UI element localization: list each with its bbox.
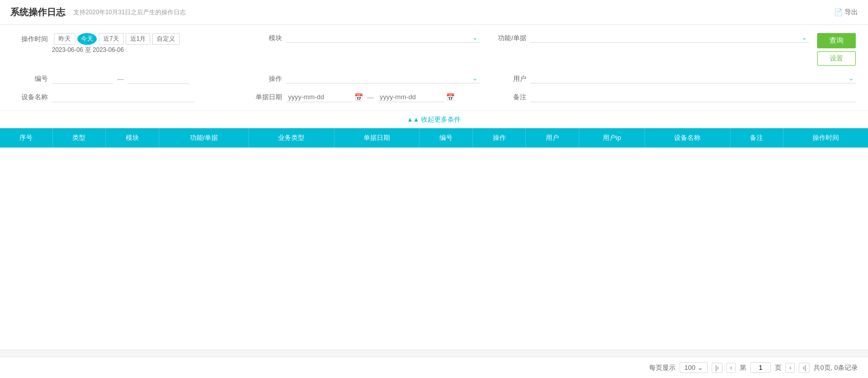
data-table: 序号类型模块功能/单据业务类型单据日期编号操作用户用户ip设备名称备注操作时间 bbox=[0, 128, 868, 148]
first-page-button[interactable]: |‹ bbox=[712, 363, 722, 373]
page-wrapper: 系统操作日志 支持2020年10月31日之后产生的操作日志 📄 导出 操作时间 … bbox=[0, 0, 868, 378]
query-button[interactable]: 查询 bbox=[817, 33, 856, 48]
time-filter-cell: 操作时间 昨天 今天 近7天 近1月 自定义 2023-06-06 至 2023… bbox=[12, 33, 246, 54]
page-label: 第 bbox=[740, 363, 746, 372]
function-select[interactable]: ⌄ bbox=[530, 33, 809, 43]
number-input-start[interactable] bbox=[52, 74, 113, 84]
voucher-dash: — bbox=[367, 94, 374, 101]
empty-area bbox=[0, 148, 868, 300]
table-header-cell: 用户ip bbox=[579, 128, 645, 148]
filter-row-1: 操作时间 昨天 今天 近7天 近1月 自定义 2023-06-06 至 2023… bbox=[12, 33, 856, 66]
remark-filter-cell: 备注 bbox=[491, 92, 856, 102]
table-header-cell: 功能/单据 bbox=[159, 128, 248, 148]
time-range: 2023-06-06 至 2023-06-06 bbox=[52, 46, 246, 54]
table-header-cell: 编号 bbox=[419, 128, 472, 148]
calendar-start-icon[interactable]: 📅 bbox=[354, 93, 363, 101]
export-label: 导出 bbox=[845, 8, 858, 17]
function-chevron-icon: ⌄ bbox=[802, 34, 807, 41]
scrollbar-inner bbox=[0, 350, 868, 351]
voucher-date-label: 单据日期 bbox=[246, 93, 282, 102]
action-buttons: 查询 设置 bbox=[817, 33, 856, 66]
per-page-chevron-icon: ⌄ bbox=[697, 364, 703, 371]
time-btn-today[interactable]: 今天 bbox=[77, 33, 97, 45]
number-label: 编号 bbox=[12, 74, 48, 83]
collapse-row[interactable]: ▲▲ 收起更多条件 bbox=[0, 110, 868, 128]
remark-input[interactable] bbox=[530, 92, 856, 102]
per-page-label: 每页显示 bbox=[649, 363, 676, 372]
time-btn-7days[interactable]: 近7天 bbox=[99, 33, 124, 45]
device-label: 设备名称 bbox=[12, 93, 48, 102]
export-icon: 📄 bbox=[834, 8, 843, 16]
number-dash: — bbox=[117, 75, 124, 83]
voucher-date-start[interactable] bbox=[286, 92, 352, 102]
next-page-button[interactable]: › bbox=[786, 363, 795, 373]
table-header-cell: 业务类型 bbox=[249, 128, 334, 148]
pagination-bar: 每页显示 100 ⌄ |‹ ‹ 第 页 › ›| 共0页, 0条记录 bbox=[0, 357, 868, 378]
page-input[interactable] bbox=[750, 362, 771, 373]
page-unit: 页 bbox=[775, 363, 781, 372]
device-filter-cell: 设备名称 bbox=[12, 92, 246, 102]
table-header-cell: 序号 bbox=[0, 128, 52, 148]
table-header-cell: 备注 bbox=[730, 128, 783, 148]
user-filter-cell: 用户 ⌄ bbox=[491, 74, 856, 83]
operation-select[interactable]: ⌄ bbox=[286, 74, 480, 83]
module-filter-cell: 模块 ⌄ bbox=[246, 33, 491, 43]
per-page-value: 100 bbox=[684, 364, 695, 371]
table-header-cell: 操作 bbox=[472, 128, 525, 148]
page-subtitle: 支持2020年10月31日之后产生的操作日志 bbox=[73, 8, 186, 17]
user-chevron-icon: ⌄ bbox=[849, 75, 854, 82]
export-button[interactable]: 📄 导出 bbox=[834, 8, 858, 17]
scrollbar-area[interactable] bbox=[0, 350, 868, 357]
user-select[interactable]: ⌄ bbox=[530, 74, 856, 83]
number-filter-cell: 编号 — bbox=[12, 74, 246, 84]
voucher-date-filter-cell: 单据日期 📅 — 📅 bbox=[246, 92, 491, 102]
remark-label: 备注 bbox=[491, 93, 526, 102]
function-filter-cell: 功能/单据 ⌄ bbox=[491, 33, 809, 43]
filter-row-2: 编号 — 操作 ⌄ 用户 ⌄ bbox=[12, 74, 856, 84]
calendar-end-icon[interactable]: 📅 bbox=[446, 93, 455, 101]
table-header-row: 序号类型模块功能/单据业务类型单据日期编号操作用户用户ip设备名称备注操作时间 bbox=[0, 128, 868, 148]
filter-section: 操作时间 昨天 今天 近7天 近1月 自定义 2023-06-06 至 2023… bbox=[0, 25, 868, 110]
module-select[interactable]: ⌄ bbox=[286, 33, 480, 43]
page-title: 系统操作日志 bbox=[10, 6, 65, 18]
table-wrapper: 序号类型模块功能/单据业务类型单据日期编号操作用户用户ip设备名称备注操作时间 bbox=[0, 128, 868, 350]
table-header-cell: 类型 bbox=[52, 128, 105, 148]
last-page-button[interactable]: ›| bbox=[799, 363, 809, 373]
time-btn-1month[interactable]: 近1月 bbox=[126, 33, 151, 45]
page-header: 系统操作日志 支持2020年10月31日之后产生的操作日志 📄 导出 bbox=[0, 0, 868, 25]
settings-button[interactable]: 设置 bbox=[817, 51, 856, 66]
operation-chevron-icon: ⌄ bbox=[472, 75, 478, 82]
table-header-cell: 操作时间 bbox=[783, 128, 868, 148]
total-label: 共0页, 0条记录 bbox=[814, 363, 858, 372]
table-header-cell: 单据日期 bbox=[334, 128, 419, 148]
header-left: 系统操作日志 支持2020年10月31日之后产生的操作日志 bbox=[10, 6, 186, 18]
time-label: 操作时间 bbox=[12, 35, 48, 44]
function-label: 功能/单据 bbox=[491, 34, 526, 43]
table-header-cell: 模块 bbox=[106, 128, 159, 148]
operation-filter-cell: 操作 ⌄ bbox=[246, 74, 491, 83]
module-label: 模块 bbox=[246, 34, 282, 43]
device-input[interactable] bbox=[52, 92, 194, 102]
table-header-cell: 用户 bbox=[526, 128, 579, 148]
collapse-label: 收起更多条件 bbox=[421, 115, 461, 124]
operation-label: 操作 bbox=[246, 74, 282, 83]
time-btn-custom[interactable]: 自定义 bbox=[152, 33, 180, 45]
time-btn-yesterday[interactable]: 昨天 bbox=[54, 33, 75, 45]
per-page-select[interactable]: 100 ⌄ bbox=[680, 362, 708, 373]
filter-row-3: 设备名称 单据日期 📅 — 📅 备注 bbox=[12, 92, 856, 102]
table-header-cell: 设备名称 bbox=[645, 128, 730, 148]
prev-page-button[interactable]: ‹ bbox=[726, 363, 736, 373]
voucher-date-end[interactable] bbox=[378, 92, 444, 102]
module-chevron-icon: ⌄ bbox=[472, 34, 478, 41]
number-input-end[interactable] bbox=[128, 74, 189, 84]
user-label: 用户 bbox=[491, 74, 526, 83]
collapse-icon: ▲▲ bbox=[407, 116, 419, 123]
